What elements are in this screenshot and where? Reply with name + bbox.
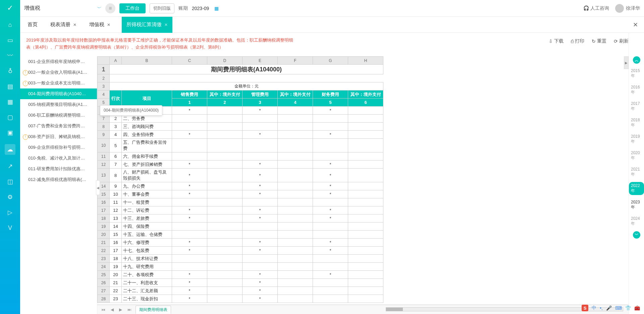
cell[interactable] bbox=[278, 247, 313, 255]
cell[interactable]: * bbox=[243, 169, 278, 182]
label-icon[interactable]: ▢ bbox=[6, 113, 14, 121]
cell[interactable] bbox=[348, 255, 383, 263]
cell[interactable]: * bbox=[243, 271, 278, 279]
cell[interactable] bbox=[348, 190, 383, 198]
cell[interactable] bbox=[278, 223, 313, 231]
cell[interactable] bbox=[348, 247, 383, 255]
cell[interactable] bbox=[278, 139, 313, 152]
clipboard-icon[interactable]: ▤ bbox=[6, 82, 14, 90]
cell[interactable] bbox=[348, 239, 383, 247]
cell[interactable] bbox=[348, 198, 383, 206]
cell[interactable] bbox=[313, 223, 348, 231]
cell[interactable] bbox=[348, 206, 383, 214]
print-button[interactable]: ⎙ 打印 bbox=[571, 38, 584, 44]
cell[interactable]: * bbox=[172, 169, 207, 182]
cell[interactable] bbox=[313, 295, 348, 303]
cell[interactable] bbox=[278, 231, 313, 239]
home-icon[interactable]: ⌂ bbox=[6, 21, 14, 29]
col-header[interactable]: G bbox=[313, 57, 348, 65]
cell[interactable]: * bbox=[243, 279, 278, 287]
form-list-item[interactable]: 009-企业所得税弥补亏损明… bbox=[20, 142, 97, 153]
year-2023年[interactable]: 2023年 bbox=[629, 198, 644, 211]
collapse-left-icon[interactable]: ◀ bbox=[96, 180, 100, 195]
ime-skin-icon[interactable]: 👕 bbox=[625, 305, 631, 311]
expand-right-icon[interactable]: ▶ bbox=[624, 56, 629, 69]
year-2020年[interactable]: 2020年 bbox=[629, 149, 644, 162]
cell[interactable] bbox=[207, 247, 243, 255]
cell[interactable]: * bbox=[313, 247, 348, 255]
cell[interactable] bbox=[313, 115, 348, 123]
close-icon[interactable]: ✕ bbox=[164, 22, 168, 27]
year-2021年[interactable]: 2021年 bbox=[629, 166, 644, 179]
cell[interactable] bbox=[278, 198, 313, 206]
col-header[interactable]: C bbox=[172, 57, 207, 65]
cell[interactable]: * bbox=[243, 206, 278, 214]
cell[interactable] bbox=[348, 287, 383, 295]
chart-icon[interactable]: 〰 bbox=[6, 52, 14, 60]
form-list-item[interactable]: 002-一般企业收入明细表(A1… bbox=[20, 67, 97, 78]
cell[interactable]: * bbox=[243, 239, 278, 247]
cell[interactable] bbox=[278, 214, 313, 223]
cell[interactable]: * bbox=[313, 214, 348, 223]
cell[interactable] bbox=[348, 123, 383, 131]
cell[interactable]: * bbox=[172, 271, 207, 279]
cell[interactable] bbox=[313, 198, 348, 206]
cell[interactable] bbox=[207, 231, 243, 239]
cell[interactable] bbox=[278, 295, 313, 303]
tab-增值税[interactable]: 增值税✕ bbox=[88, 17, 112, 33]
year-2015年[interactable]: 2015年 bbox=[629, 67, 644, 80]
cell[interactable] bbox=[243, 255, 278, 263]
cell[interactable] bbox=[172, 115, 207, 123]
cell[interactable]: * bbox=[243, 131, 278, 139]
cell[interactable] bbox=[348, 115, 383, 123]
cell[interactable]: * bbox=[172, 182, 207, 190]
year-2017年[interactable]: 2017年 bbox=[629, 100, 644, 113]
form-list-item[interactable]: 008-资产折旧、摊销及纳税… bbox=[20, 131, 97, 142]
col-header[interactable]: E bbox=[243, 57, 278, 65]
cell[interactable] bbox=[207, 123, 243, 131]
form-list-item[interactable]: 007-广告费和业务宣传费跨… bbox=[20, 121, 97, 131]
cell[interactable] bbox=[278, 131, 313, 139]
cell[interactable] bbox=[207, 139, 243, 152]
cell[interactable] bbox=[172, 223, 207, 231]
cell[interactable] bbox=[207, 169, 243, 182]
cell[interactable] bbox=[243, 115, 278, 123]
year-2019年[interactable]: 2019年 bbox=[629, 133, 644, 146]
cell[interactable] bbox=[243, 263, 278, 271]
cell[interactable] bbox=[278, 279, 313, 287]
cell[interactable] bbox=[313, 287, 348, 295]
cell[interactable]: * bbox=[172, 190, 207, 198]
calendar-icon[interactable]: ▦ bbox=[214, 6, 219, 11]
cell[interactable] bbox=[348, 279, 383, 287]
form-list-item[interactable]: 001-企业所得税年度纳税申… bbox=[20, 56, 97, 67]
sheet-first-icon[interactable]: ⏮ bbox=[100, 307, 107, 312]
cell[interactable] bbox=[348, 223, 383, 231]
bag-icon[interactable]: ♁ bbox=[6, 67, 14, 75]
cell[interactable] bbox=[313, 152, 348, 161]
cell[interactable]: * bbox=[172, 239, 207, 247]
cell[interactable]: * bbox=[243, 190, 278, 198]
cell[interactable]: * bbox=[172, 214, 207, 223]
cell[interactable] bbox=[278, 152, 313, 161]
cell[interactable] bbox=[243, 152, 278, 161]
cell[interactable]: * bbox=[313, 131, 348, 139]
v-icon[interactable]: V bbox=[6, 224, 14, 232]
year-up-icon[interactable]: ︽ bbox=[633, 56, 640, 64]
cell[interactable] bbox=[172, 263, 207, 271]
cell[interactable]: * bbox=[243, 287, 278, 295]
cell[interactable] bbox=[313, 255, 348, 263]
cell[interactable] bbox=[207, 190, 243, 198]
cell[interactable]: * bbox=[313, 161, 348, 169]
cell[interactable]: * bbox=[243, 107, 278, 115]
cell[interactable] bbox=[207, 182, 243, 190]
export-icon[interactable]: ↗ bbox=[6, 162, 14, 170]
ime-punct-icon[interactable]: •, bbox=[600, 305, 603, 311]
tax-icon[interactable]: ☁ bbox=[5, 144, 15, 155]
cell[interactable] bbox=[207, 115, 243, 123]
form-list-item[interactable]: 011-研发费用加计扣除优惠… bbox=[20, 164, 97, 174]
cell[interactable] bbox=[243, 231, 278, 239]
cell[interactable] bbox=[348, 139, 383, 152]
cell[interactable] bbox=[207, 206, 243, 214]
cell[interactable] bbox=[207, 287, 243, 295]
form-list-item[interactable]: 006-职工薪酬纳税调整明细… bbox=[20, 110, 97, 121]
